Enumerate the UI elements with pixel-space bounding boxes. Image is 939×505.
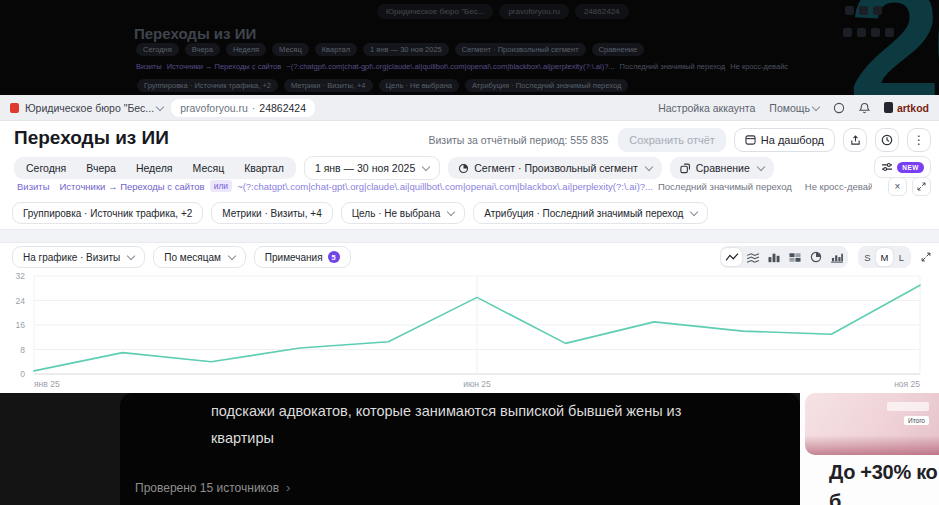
clock-icon: [881, 134, 893, 146]
more-menu-button[interactable]: ⋮: [907, 128, 931, 152]
history-button[interactable]: [875, 128, 899, 152]
dim-date-tabs: Сегодня Вчера Неделя Месяц Квартал 1 янв…: [136, 43, 644, 56]
chat-query-line1: подскажи адвокатов, которые занимаются в…: [211, 403, 681, 419]
promo-mini-chip: [887, 402, 929, 411]
expand-icon: [921, 252, 931, 262]
promo-mini-label: Итого: [904, 416, 929, 425]
dim-settings-row: Группировка · Источник трафика, +2 Метри…: [137, 79, 628, 92]
user-account-button[interactable]: artkod: [884, 102, 929, 114]
segment-condition-bar[interactable]: Визиты Источники → Переходы с сайтов или…: [12, 180, 872, 192]
segment-path: Источники → Переходы с сайтов: [60, 181, 205, 192]
tab-quarter[interactable]: Квартал: [234, 162, 294, 174]
tab-today[interactable]: Сегодня: [16, 162, 76, 174]
segment-metric: Визиты: [17, 181, 50, 192]
svg-text:0: 0: [20, 369, 25, 379]
visits-summary: Визиты за отчётный период: 555 835: [428, 134, 608, 146]
chart-view-controls: S M L: [720, 246, 931, 268]
chevron-down-icon: [447, 208, 455, 216]
bell-icon: [859, 102, 870, 114]
notes-count-badge: 5: [328, 251, 340, 263]
chart-stacked-lines-icon[interactable]: [742, 248, 763, 266]
on-chart-selector[interactable]: На графике · Визиты: [12, 246, 145, 268]
segment-bar-actions: ×: [888, 177, 931, 196]
date-filter-row: Сегодня Вчера Неделя Месяц Квартал 1 янв…: [14, 156, 774, 180]
tab-month[interactable]: Месяц: [183, 162, 235, 174]
fullscreen-chart-button[interactable]: [921, 252, 931, 262]
chat-circle-icon: [833, 102, 845, 114]
counter-flag-icon: [10, 103, 19, 113]
share-export-icon: [850, 135, 861, 146]
to-dashboard-button[interactable]: На дашборд: [734, 128, 835, 152]
metrics-button[interactable]: Метрики · Визиты, +4: [211, 202, 332, 224]
dim-page-title: Переходы из ИИ: [134, 25, 256, 42]
svg-text:8: 8: [20, 345, 25, 355]
app-screen: 20 Юридическое бюро "Бес... pravoforyou.…: [0, 0, 939, 505]
size-small-button[interactable]: S: [859, 248, 876, 266]
header-actions: Визиты за отчётный период: 555 835 Сохра…: [428, 128, 931, 152]
size-medium-button[interactable]: M: [876, 248, 893, 266]
goal-button[interactable]: Цель · Не выбрана: [341, 202, 466, 224]
promo-panel: Итого До +30% ко б: [800, 393, 939, 505]
chart-stacked-area-icon[interactable]: [784, 248, 805, 266]
chevron-down-icon: [812, 102, 820, 110]
chevron-down-icon: [757, 163, 765, 171]
chat-button[interactable]: [833, 102, 845, 114]
save-report-button[interactable]: Сохранить отчёт: [618, 128, 726, 152]
user-name: artkod: [897, 102, 929, 114]
chat-query-line2: квартиры: [211, 430, 274, 446]
date-range-picker[interactable]: 1 янв — 30 ноя 2025: [304, 156, 440, 180]
account-settings-link[interactable]: Настройка аккаунта: [658, 102, 755, 114]
granularity-selector[interactable]: По месяцам: [153, 246, 246, 268]
clear-segment-button[interactable]: ×: [888, 177, 907, 196]
notifications-button[interactable]: [859, 102, 870, 114]
grouping-button[interactable]: Группировка · Источник трафика, +2: [12, 202, 203, 224]
date-tab-group: Сегодня Вчера Неделя Месяц Квартал: [14, 157, 296, 179]
chevron-down-icon: [422, 163, 430, 171]
dimmed-bottom-overlay: подскажи адвокатов, которые занимаются в…: [0, 393, 939, 505]
chart-line-icon[interactable]: [721, 248, 742, 266]
segment-regex: ~(?:chatgpt\.com|chat-gpt\.org|claude\.a…: [237, 181, 653, 192]
counter-id: 24862424: [259, 102, 306, 114]
svg-text:24: 24: [16, 296, 26, 306]
dim-topbar-icons: [845, 6, 882, 15]
chart-pie-icon[interactable]: [805, 248, 826, 266]
promo-headline-line1: До +30% ко: [829, 461, 938, 484]
attribution-note: Последний значимый переход: [658, 181, 792, 192]
export-button[interactable]: [843, 128, 867, 152]
chart-type-group: [720, 246, 848, 268]
svg-text:32: 32: [16, 271, 26, 281]
tab-week[interactable]: Неделя: [126, 162, 183, 174]
close-icon: ×: [895, 181, 901, 192]
chevron-down-icon: [228, 252, 236, 260]
attribution-button[interactable]: Атрибуция · Последний значимый переход: [473, 202, 708, 224]
new-badge: NEW: [897, 162, 924, 173]
advanced-settings-button[interactable]: NEW: [874, 156, 931, 178]
chevron-right-icon: ›: [286, 480, 290, 495]
sources-checked-link[interactable]: Проверено 15 источников ›: [135, 480, 290, 495]
site-chip[interactable]: pravoforyou.ru · 24862424: [171, 99, 315, 117]
chevron-down-icon: [690, 208, 698, 216]
size-large-button[interactable]: L: [893, 248, 910, 266]
account-bar: Юридическое бюро "Бес... pravoforyou.ru …: [0, 95, 939, 121]
sliders-icon: [881, 162, 893, 172]
segment-selector[interactable]: Сегмент · Произвольный сегмент: [448, 157, 662, 179]
user-logo-icon: [884, 102, 893, 113]
dimmed-top-overlay: 20 Юридическое бюро "Бес... pravoforyou.…: [0, 0, 939, 95]
tab-yesterday[interactable]: Вчера: [76, 162, 126, 174]
chart-size-group: S M L: [858, 246, 911, 268]
chevron-down-icon: [127, 252, 135, 260]
expand-segment-button[interactable]: [912, 177, 931, 196]
dim-counter-chip: Юридическое бюро "Бес...: [377, 4, 493, 19]
chart-bars-icon[interactable]: [763, 248, 784, 266]
help-menu[interactable]: Помощь: [769, 102, 819, 114]
notes-button[interactable]: Примечания 5: [254, 246, 351, 268]
counter-selector[interactable]: Юридическое бюро "Бес...: [25, 102, 163, 114]
operator-tag: или: [210, 180, 232, 192]
visits-line-chart[interactable]: 08162432янв 25июн 25ноя 25: [8, 270, 932, 390]
chevron-down-icon: [156, 102, 164, 110]
compare-button[interactable]: Сравнение: [670, 157, 774, 179]
svg-text:ноя 25: ноя 25: [894, 379, 920, 389]
chart-histogram-icon[interactable]: [826, 248, 847, 266]
kebab-icon: ⋮: [913, 134, 925, 146]
promo-card-gradient: [805, 435, 939, 455]
